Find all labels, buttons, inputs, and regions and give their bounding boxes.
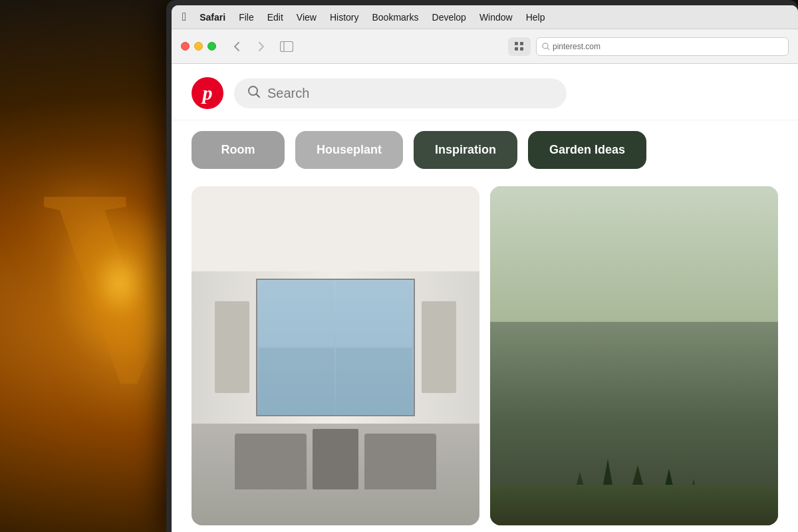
svg-rect-5 bbox=[520, 47, 523, 51]
laptop-screen:  Safari File Edit View History Bookmark… bbox=[172, 5, 798, 532]
safari-window: pinterest.com p bbox=[172, 29, 798, 532]
maximize-button[interactable] bbox=[207, 42, 216, 51]
svg-rect-4 bbox=[515, 47, 518, 51]
pinterest-header: p Search bbox=[172, 64, 798, 120]
develop-menu-item[interactable]: Develop bbox=[432, 12, 466, 23]
browser-toolbar: pinterest.com bbox=[172, 29, 798, 64]
category-chip-inspiration[interactable]: Inspiration bbox=[414, 131, 517, 169]
search-bar[interactable]: Search bbox=[234, 78, 567, 108]
close-button[interactable] bbox=[181, 42, 190, 51]
svg-line-9 bbox=[257, 94, 260, 97]
pinterest-logo[interactable]: p bbox=[192, 77, 223, 109]
svg-point-6 bbox=[543, 43, 548, 49]
pin-card-forest[interactable] bbox=[490, 186, 778, 525]
pin-card-room[interactable] bbox=[192, 186, 479, 525]
traffic-lights bbox=[181, 42, 216, 51]
tab-overview-button[interactable] bbox=[508, 37, 531, 56]
svg-rect-3 bbox=[520, 42, 523, 45]
sidebar-toggle-button[interactable] bbox=[277, 37, 296, 56]
menu-bar:  Safari File Edit View History Bookmark… bbox=[172, 5, 798, 29]
svg-rect-2 bbox=[515, 42, 518, 45]
view-menu-item[interactable]: View bbox=[297, 12, 317, 23]
content-grid bbox=[172, 180, 798, 532]
search-placeholder-text: Search bbox=[267, 86, 309, 101]
minimize-button[interactable] bbox=[194, 42, 203, 51]
url-bar[interactable]: pinterest.com bbox=[536, 37, 789, 56]
category-row: Room Houseplant Inspiration Garden Ideas bbox=[172, 120, 798, 180]
safari-menu-item[interactable]: Safari bbox=[200, 12, 225, 23]
edit-menu-item[interactable]: Edit bbox=[267, 12, 283, 23]
browser-content: p Search Room bbox=[172, 64, 798, 532]
category-chip-room[interactable]: Room bbox=[192, 131, 285, 169]
svg-rect-0 bbox=[281, 41, 293, 51]
address-bar-area: pinterest.com bbox=[303, 37, 789, 56]
history-menu-item[interactable]: History bbox=[330, 12, 359, 23]
back-button[interactable] bbox=[227, 37, 245, 56]
category-chip-garden-ideas[interactable]: Garden Ideas bbox=[528, 131, 646, 169]
apple-menu[interactable]:  bbox=[182, 11, 186, 24]
forward-button[interactable] bbox=[252, 37, 271, 56]
help-menu-item[interactable]: Help bbox=[526, 12, 545, 23]
category-chip-houseplant[interactable]: Houseplant bbox=[295, 131, 403, 169]
laptop-frame:  Safari File Edit View History Bookmark… bbox=[166, 0, 798, 532]
svg-line-7 bbox=[547, 48, 549, 50]
search-icon bbox=[247, 85, 261, 102]
bookmarks-menu-item[interactable]: Bookmarks bbox=[372, 12, 418, 23]
file-menu-item[interactable]: File bbox=[239, 12, 254, 23]
window-menu-item[interactable]: Window bbox=[479, 12, 513, 23]
